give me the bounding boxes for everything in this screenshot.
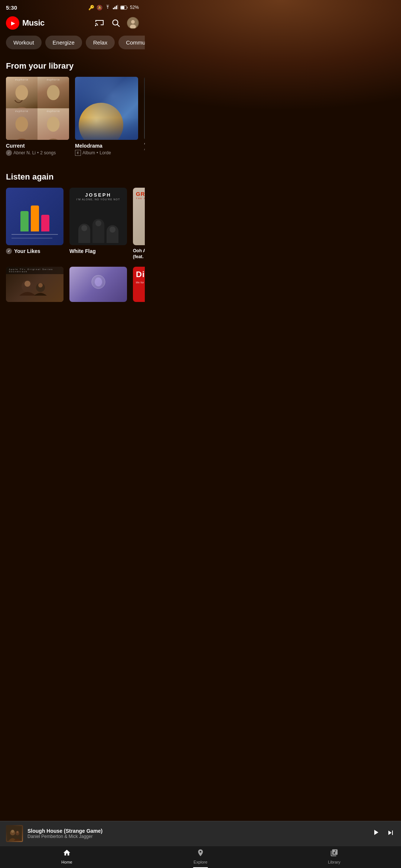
- whiteflag-name: White Flag: [69, 248, 127, 254]
- library-section: From your library euphoria: [0, 55, 145, 159]
- listen-item-likes[interactable]: ✓ Your Likes: [6, 188, 63, 261]
- melodrama-name: Melodrama: [75, 143, 138, 149]
- slowhorses-thumb: Apple TV+ Original Series Soundtrack: [6, 267, 63, 302]
- bar-2: [31, 206, 39, 231]
- bar-3: [41, 215, 49, 231]
- melodrama-sub: E Album • Lorde: [75, 150, 138, 156]
- svg-rect-2: [116, 6, 117, 9]
- current-sub: ✓ Abner N. Li • 2 songs: [6, 150, 69, 156]
- grits-thumb: GRITS THE ART OF TRANSLATION: [133, 188, 145, 245]
- melodrama-thumb: [75, 77, 138, 140]
- svg-point-12: [16, 85, 28, 100]
- bell-muted-icon: 🔕: [97, 5, 102, 10]
- third-name: Angie McMahon: [144, 140, 145, 145]
- wifi-icon: [105, 5, 111, 10]
- library-item-melodrama[interactable]: Melodrama E Album • Lorde: [75, 77, 138, 156]
- svg-rect-1: [114, 7, 115, 9]
- joseph-subtitle: I'M ALONE, NO YOU'RE NOT: [69, 198, 127, 201]
- joseph-thumb: JOSEPH I'M ALONE, NO YOU'RE NOT: [69, 188, 127, 245]
- dido-thumb: Dido life for rent: [133, 267, 145, 302]
- listen-item-grits[interactable]: GRITS THE ART OF TRANSLATION Ooh Ahh (My…: [133, 188, 145, 261]
- likes-bars: [20, 202, 49, 231]
- check-icon: ✓: [6, 150, 12, 156]
- likes-thumb: [6, 188, 63, 245]
- purple-thumb: [69, 267, 127, 302]
- listen-item-slowhorses[interactable]: Apple TV+ Original Series Soundtrack: [6, 267, 63, 302]
- svg-rect-0: [113, 8, 114, 9]
- listen-item-whiteflag[interactable]: JOSEPH I'M ALONE, NO YOU'RE NOT: [69, 188, 127, 261]
- battery-percent: 52%: [130, 5, 139, 10]
- listen-scroll-2: Apple TV+ Original Series Soundtrack: [0, 261, 145, 302]
- cast-button[interactable]: [94, 18, 105, 28]
- svg-rect-3: [117, 5, 118, 9]
- svg-point-24: [38, 283, 43, 287]
- third-thumb: [144, 77, 145, 140]
- battery-icon: [120, 6, 128, 10]
- search-button[interactable]: [111, 18, 121, 28]
- chip-commute[interactable]: Commute: [118, 36, 145, 49]
- chip-energize[interactable]: Energize: [45, 36, 82, 49]
- svg-point-10: [131, 20, 135, 24]
- bar-1: [20, 211, 29, 231]
- chip-workout[interactable]: Workout: [6, 36, 42, 49]
- explicit-badge: E: [75, 150, 81, 156]
- listen-item-dido[interactable]: Dido life for rent: [133, 267, 145, 302]
- joseph-text: JOSEPH: [69, 192, 127, 198]
- svg-point-7: [113, 20, 118, 25]
- signal-icon: [113, 5, 118, 10]
- svg-point-14: [16, 116, 28, 132]
- library-item-current[interactable]: euphoria euphoria: [6, 77, 69, 156]
- status-icons: 🔑 🔕: [88, 5, 139, 10]
- listen-item-purple[interactable]: [69, 267, 127, 302]
- svg-line-8: [117, 24, 120, 27]
- filter-chips: Workout Energize Relax Commute Focus: [0, 34, 145, 55]
- library-item-third[interactable]: Angie McMahon Albu... Bell...: [144, 77, 145, 156]
- ytmusic-logo: [6, 16, 19, 30]
- library-section-title: From your library: [0, 61, 145, 77]
- likes-check-icon: ✓: [6, 248, 12, 254]
- listen-scroll-1: ✓ Your Likes JOSEPH I'M ALONE, NO YOU'RE…: [0, 188, 145, 261]
- listen-again-section: Listen again ✓ Your Likes: [0, 166, 145, 305]
- account-avatar[interactable]: [127, 17, 139, 29]
- grits-name: Ooh Ahh (My Life Be Like) (feat. tobyMac…: [133, 248, 145, 260]
- svg-point-26: [95, 277, 102, 286]
- header-actions: [94, 17, 139, 29]
- svg-rect-5: [121, 6, 124, 9]
- current-name: Current: [6, 143, 69, 149]
- listen-again-title: Listen again: [0, 172, 145, 188]
- key-icon: 🔑: [88, 5, 94, 10]
- likes-name: ✓ Your Likes: [6, 248, 63, 254]
- app-header: Music: [0, 13, 145, 34]
- logo-area: Music: [6, 16, 45, 30]
- status-bar: 5:30 🔑 🔕: [0, 0, 145, 13]
- svg-point-13: [47, 85, 60, 100]
- status-time: 5:30: [6, 4, 17, 11]
- third-sub: Albu... Bell...: [144, 147, 145, 151]
- library-scroll: euphoria euphoria: [0, 77, 145, 156]
- chip-relax[interactable]: Relax: [86, 36, 115, 49]
- app-title: Music: [22, 18, 45, 28]
- svg-point-15: [47, 116, 60, 132]
- svg-point-22: [25, 281, 30, 287]
- current-thumb: euphoria euphoria: [6, 77, 69, 140]
